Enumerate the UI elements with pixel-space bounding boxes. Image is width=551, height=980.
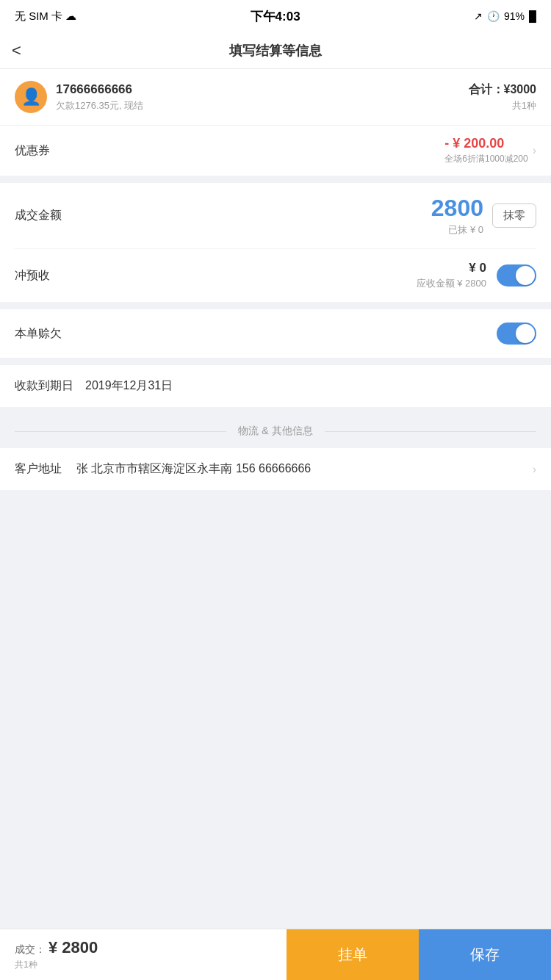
prepay-value: ¥ 0 <box>417 261 486 275</box>
customer-phone: 17666666666 <box>56 82 143 97</box>
due-date-section: 收款到期日 2019年12月31日 <box>0 365 551 407</box>
total-value: 合计：¥3000 <box>469 82 537 98</box>
divider-section: 物流 & 其他信息 <box>0 414 551 448</box>
coupon-right-group: - ¥ 200.00 全场6折满1000减200 <box>444 136 527 165</box>
debt-row: 本单赊欠 <box>15 309 536 358</box>
due-date-row: 收款到期日 2019年12月31日 <box>15 365 536 407</box>
item-count: 共1种 <box>469 99 537 112</box>
prepay-right: ¥ 0 应收金额 ¥ 2800 <box>417 261 536 290</box>
debt-label: 本单赊欠 <box>15 326 62 342</box>
amount-right: 2800 已抹 ¥ 0 <box>431 195 483 237</box>
address-chevron-icon: › <box>533 463 536 476</box>
bottom-count: 共1种 <box>15 959 272 971</box>
bottom-bar: 成交： ¥ 2800 共1种 挂单 保存 <box>0 929 551 980</box>
amount-label: 成交金额 <box>15 208 62 223</box>
header: < 填写结算等信息 <box>0 32 551 69</box>
coupon-right: - ¥ 200.00 全场6折满1000减200 › <box>444 136 536 165</box>
bottom-deal-row: 成交： ¥ 2800 <box>15 938 272 957</box>
prepay-toggle[interactable] <box>497 264 536 287</box>
prepay-value-group: ¥ 0 应收金额 ¥ 2800 <box>417 261 486 290</box>
toggle-knob <box>516 266 535 285</box>
prepay-label: 冲预收 <box>15 268 50 284</box>
back-button[interactable]: < <box>12 41 21 60</box>
location-icon: ↗ <box>474 10 483 22</box>
status-right: ↗ 🕐 91% █ <box>474 10 536 22</box>
customer-right: 合计：¥3000 共1种 <box>469 82 537 112</box>
customer-debt: 欠款1276.35元, 现结 <box>56 99 143 112</box>
bottom-info: 成交： ¥ 2800 共1种 <box>0 938 287 971</box>
address-row[interactable]: 客户地址 张 北京市市辖区海淀区永丰南 156 66666666 › <box>15 448 536 490</box>
prepay-sub: 应收金额 ¥ 2800 <box>417 277 486 290</box>
address-section: 客户地址 张 北京市市辖区海淀区永丰南 156 66666666 › <box>0 448 551 490</box>
status-left: 无 SIM 卡 ☁ <box>15 10 76 24</box>
sim-label: 无 SIM 卡 ☁ <box>15 10 76 24</box>
coupon-discount: - ¥ 200.00 <box>444 136 527 151</box>
due-date-label: 收款到期日 <box>15 378 73 394</box>
address-value: 张 北京市市辖区海淀区永丰南 156 66666666 <box>76 461 533 477</box>
amount-value-group: 2800 已抹 ¥ 0 抹零 <box>431 195 536 237</box>
chevron-right-icon: › <box>533 144 536 157</box>
debt-toggle-knob <box>516 324 535 343</box>
divider-label: 物流 & 其他信息 <box>0 414 551 448</box>
due-date-value: 2019年12月31日 <box>85 378 173 394</box>
round-down-button[interactable]: 抹零 <box>492 203 536 228</box>
amount-value: 2800 <box>431 195 483 222</box>
divider-text: 物流 & 其他信息 <box>238 425 312 438</box>
bottom-deal-label: 成交： <box>15 943 46 956</box>
status-time: 下午4:03 <box>251 8 300 25</box>
hang-order-button[interactable]: 挂单 <box>287 929 419 981</box>
amount-row: 成交金额 2800 已抹 ¥ 0 抹零 <box>15 183 536 249</box>
debt-section: 本单赊欠 <box>0 309 551 358</box>
status-bar: 无 SIM 卡 ☁ 下午4:03 ↗ 🕐 91% █ <box>0 0 551 32</box>
address-label: 客户地址 <box>15 461 62 477</box>
save-button[interactable]: 保存 <box>419 929 551 981</box>
coupon-label: 优惠券 <box>15 143 50 159</box>
empty-area <box>0 497 551 644</box>
clock-icon: 🕐 <box>487 10 500 22</box>
amount-section: 成交金额 2800 已抹 ¥ 0 抹零 冲预收 ¥ 0 应收金额 ¥ 2800 <box>0 183 551 302</box>
customer-info: 17666666666 欠款1276.35元, 现结 <box>56 82 143 112</box>
coupon-row[interactable]: 优惠券 - ¥ 200.00 全场6折满1000减200 › <box>0 125 551 176</box>
amount-sub: 已抹 ¥ 0 <box>431 223 483 237</box>
customer-section: 👤 17666666666 欠款1276.35元, 现结 合计：¥3000 共1… <box>0 69 551 176</box>
divider-line-left <box>15 431 226 432</box>
battery-label: 91% <box>504 10 525 22</box>
page-title: 填写结算等信息 <box>229 42 322 60</box>
coupon-desc: 全场6折满1000减200 <box>444 153 527 165</box>
avatar: 👤 <box>15 81 47 113</box>
bottom-amount: ¥ 2800 <box>48 938 98 957</box>
debt-toggle[interactable] <box>497 323 536 345</box>
customer-row: 👤 17666666666 欠款1276.35元, 现结 合计：¥3000 共1… <box>0 69 551 125</box>
divider-line-right <box>325 431 536 432</box>
customer-left: 👤 17666666666 欠款1276.35元, 现结 <box>15 81 143 113</box>
battery-icon: █ <box>529 10 536 22</box>
prepay-row: 冲预收 ¥ 0 应收金额 ¥ 2800 <box>15 249 536 302</box>
